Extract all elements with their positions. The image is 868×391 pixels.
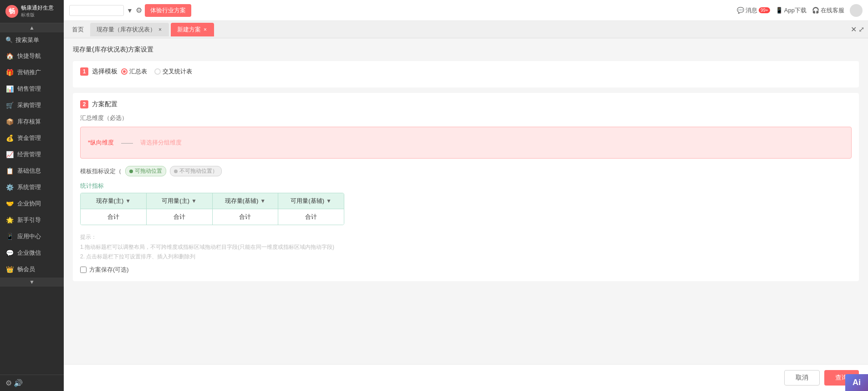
sidebar-item-operations[interactable]: 📈 经营管理 bbox=[0, 146, 64, 163]
topbar-gear-icon[interactable]: ⚙ bbox=[136, 6, 142, 15]
step2-section: 2 方案配置 汇总维度（必选） *纵向维度 —— 请选择分组维度 模板指标设定（… bbox=[73, 93, 859, 281]
sidebar-item-wechat[interactable]: 💬 企业微信 bbox=[0, 245, 64, 261]
sidebar-item-label: 采购管理 bbox=[17, 101, 41, 109]
stats-col-0-label: 现存量(主) bbox=[96, 197, 124, 205]
stats-table-row: 合计 合计 合计 合计 bbox=[81, 209, 344, 225]
step2-number: 2 bbox=[80, 100, 88, 108]
save-checkbox[interactable] bbox=[80, 267, 87, 273]
tab-new-plan-close[interactable]: × bbox=[203, 26, 208, 33]
sidebar-item-finance[interactable]: 💰 资金管理 bbox=[0, 130, 64, 146]
save-option-row: 方案保存(可选) bbox=[80, 266, 852, 274]
search-icon: 🔍 bbox=[5, 36, 13, 43]
window-expand-icon[interactable]: ⤢ bbox=[858, 25, 864, 34]
radio-cross-label: 交叉统计表 bbox=[163, 67, 192, 76]
stats-col-2-dropdown[interactable]: ▼ bbox=[260, 198, 266, 204]
sidebar-item-label: 资金管理 bbox=[17, 134, 41, 142]
stats-col-3-dropdown[interactable]: ▼ bbox=[326, 198, 332, 204]
stats-table-header: 现存量(主) ▼ 可用量(主) ▼ 现存量(基辅) ▼ 可用量(基辅) ▼ bbox=[81, 193, 344, 209]
app-download-button[interactable]: 📱 App下载 bbox=[776, 6, 807, 15]
dimension-area[interactable]: *纵向维度 —— 请选择分组维度 bbox=[80, 127, 852, 159]
ai-badge[interactable]: Ai bbox=[845, 374, 868, 391]
crown-icon: 👑 bbox=[5, 266, 14, 273]
sidebar-item-inventory[interactable]: 📦 库存核算 bbox=[0, 113, 64, 130]
indicator-settings-label: 模板指标设定（ bbox=[80, 167, 122, 175]
message-badge: 99+ bbox=[759, 7, 770, 13]
sound-bottom-icon[interactable]: 🔊 bbox=[14, 379, 23, 387]
stats-col-1-dropdown[interactable]: ▼ bbox=[191, 198, 197, 204]
tips-title: 提示： bbox=[80, 232, 852, 242]
template-radio-group: 汇总表 交叉统计表 bbox=[121, 67, 192, 76]
stats-col-2: 现存量(基辅) ▼ bbox=[213, 193, 279, 209]
topbar-dropdown-icon[interactable]: ▼ bbox=[127, 7, 133, 14]
save-option-label: 方案保存(可选) bbox=[89, 266, 129, 274]
logo-icon: 畅 bbox=[5, 5, 18, 18]
radio-summary-circle bbox=[121, 68, 128, 75]
sidebar-item-corp[interactable]: 🤝 企业协同 bbox=[0, 196, 64, 212]
app-icon: 📱 bbox=[776, 7, 783, 14]
step1-number: 1 bbox=[80, 67, 88, 76]
window-close-icon[interactable]: ✕ bbox=[851, 25, 857, 34]
sidebar-scroll-up[interactable]: ▲ bbox=[0, 23, 64, 32]
indicator-settings-row: 模板指标设定（ 可拖动位置 不可拖动位置） bbox=[80, 166, 852, 176]
industry-plan-button[interactable]: 体验行业方案 bbox=[145, 4, 191, 17]
stats-col-0-dropdown[interactable]: ▼ bbox=[125, 198, 131, 204]
sidebar-item-label: 应用中心 bbox=[17, 232, 41, 241]
sidebar-item-label: 企业协同 bbox=[17, 200, 41, 208]
topbar-search-input[interactable] bbox=[69, 5, 124, 16]
step1-label: 选择模板 bbox=[92, 67, 117, 76]
message-button[interactable]: 💬 消息 99+ bbox=[737, 6, 770, 15]
stats-table: 现存量(主) ▼ 可用量(主) ▼ 现存量(基辅) ▼ 可用量(基辅) ▼ bbox=[80, 193, 344, 225]
sidebar-item-purchase[interactable]: 🛒 采购管理 bbox=[0, 97, 64, 113]
toggle-movable[interactable]: 可拖动位置 bbox=[125, 166, 166, 176]
sidebar-scroll-down[interactable]: ▼ bbox=[0, 278, 64, 287]
chat-icon: 💬 bbox=[5, 249, 14, 257]
sidebar-item-newbie[interactable]: 🌟 新手引导 bbox=[0, 212, 64, 228]
message-label: 消息 bbox=[745, 6, 757, 15]
user-avatar[interactable] bbox=[850, 4, 863, 17]
cancel-button[interactable]: 取消 bbox=[784, 370, 820, 386]
tab-inventory[interactable]: 现存量（库存状况表） × bbox=[90, 23, 169, 36]
sidebar-item-label: 基础信息 bbox=[17, 167, 41, 175]
sidebar-item-quick-nav[interactable]: 🏠 快捷导航 bbox=[0, 48, 64, 64]
sidebar-item-apps[interactable]: 📱 应用中心 bbox=[0, 228, 64, 245]
sidebar-item-basic[interactable]: 📋 基础信息 bbox=[0, 163, 64, 179]
toggle-unmovable: 不可拖动位置） bbox=[170, 166, 222, 176]
step2-label: 方案配置 bbox=[92, 100, 117, 108]
radio-cross[interactable]: 交叉统计表 bbox=[154, 67, 192, 76]
radio-summary[interactable]: 汇总表 bbox=[121, 67, 147, 76]
tab-new-plan-label: 新建方案 bbox=[177, 26, 201, 34]
box-icon: 📦 bbox=[5, 118, 14, 125]
stats-col-1: 可用量(主) ▼ bbox=[147, 193, 213, 209]
sidebar-search[interactable]: 🔍 搜索菜单 bbox=[0, 32, 64, 48]
logo-text: 畅康通好生意 bbox=[21, 5, 54, 12]
sidebar-item-label: 库存核算 bbox=[17, 118, 41, 126]
stats-col-2-label: 现存量(基辅) bbox=[225, 197, 259, 205]
tab-inventory-close[interactable]: × bbox=[158, 26, 163, 33]
logo-sub: 标准版 bbox=[21, 12, 54, 18]
online-service-button[interactable]: 🎧 在线客服 bbox=[812, 6, 844, 15]
stats-col-0: 现存量(主) ▼ bbox=[81, 193, 147, 209]
avatar-image bbox=[850, 4, 863, 17]
stats-label: 统计指标 bbox=[80, 182, 852, 190]
stats-cell-0: 合计 bbox=[81, 209, 147, 225]
sidebar-item-label: 新手引导 bbox=[17, 216, 41, 224]
stats-cell-1: 合计 bbox=[147, 209, 213, 225]
app-label: App下载 bbox=[784, 6, 807, 15]
topbar: ▼ ⚙ 体验行业方案 💬 消息 99+ 📱 App下载 🎧 在线客服 bbox=[64, 0, 868, 21]
settings-bottom-icon[interactable]: ⚙ bbox=[5, 379, 12, 387]
home-icon: 🏠 bbox=[5, 52, 14, 60]
step1-section: 1 选择模板 汇总表 交叉统计表 bbox=[73, 61, 859, 87]
gift-icon: 🎁 bbox=[5, 69, 14, 76]
sidebar-item-label: 企业微信 bbox=[17, 249, 41, 257]
sidebar-item-member[interactable]: 👑 畅会员 bbox=[0, 261, 64, 278]
tab-home[interactable]: 首页 bbox=[67, 23, 88, 36]
star-icon: 🌟 bbox=[5, 216, 14, 224]
service-label: 在线客服 bbox=[821, 6, 844, 15]
tab-new-plan[interactable]: 新建方案 × bbox=[171, 23, 214, 36]
sidebar-item-sales[interactable]: 📊 销售管理 bbox=[0, 81, 64, 97]
stats-col-1-label: 可用量(主) bbox=[162, 197, 189, 205]
trend-icon: 📈 bbox=[5, 151, 14, 158]
tip2: 2. 点击标题栏下拉可设置排序、插入列和删除列 bbox=[80, 252, 852, 262]
sidebar-item-system[interactable]: ⚙️ 系统管理 bbox=[0, 179, 64, 196]
sidebar-item-marketing[interactable]: 🎁 营销推广 bbox=[0, 64, 64, 81]
